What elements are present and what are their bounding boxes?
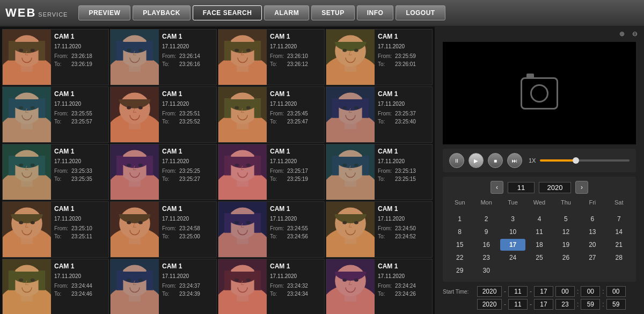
- face-card[interactable]: CAM 1 17.11.2020 From: 23:25:33 To: 23:2…: [2, 144, 109, 200]
- cal-month-input[interactable]: [508, 182, 535, 193]
- face-card[interactable]: CAM 1 17.11.2020 From: 23:25:37 To: 23:2…: [326, 86, 433, 143]
- face-date: 17.11.2020: [54, 215, 92, 223]
- face-from-label: From:: [378, 52, 393, 60]
- cal-day[interactable]: 30: [473, 265, 499, 276]
- tab-setup[interactable]: SETUP: [311, 5, 355, 20]
- face-cam-label: CAM 1: [378, 32, 416, 41]
- face-card[interactable]: CAM 1 17.11.2020 From: 23:24:58 To: 23:2…: [110, 201, 217, 258]
- cal-day[interactable]: 12: [553, 226, 579, 238]
- start-min-input[interactable]: [581, 286, 600, 297]
- cal-day[interactable]: 17: [500, 239, 525, 251]
- start-hour-input[interactable]: [555, 286, 575, 297]
- cal-day[interactable]: 13: [580, 226, 605, 238]
- end-min-input[interactable]: [581, 299, 600, 310]
- face-card[interactable]: CAM 1 17.11.2020 From: 23:25:51 To: 23:2…: [110, 86, 217, 143]
- zoom-in-icon[interactable]: ⊕: [617, 29, 627, 39]
- cal-day[interactable]: 23: [473, 252, 499, 264]
- cal-day[interactable]: 5: [553, 213, 579, 225]
- logo: WEB SERVICE: [5, 6, 68, 20]
- cal-day[interactable]: 28: [606, 252, 632, 264]
- face-date: 17.11.2020: [162, 272, 200, 280]
- cal-day[interactable]: 27: [580, 252, 605, 264]
- cal-day[interactable]: 26: [553, 252, 579, 264]
- cal-day[interactable]: 8: [447, 226, 472, 238]
- end-hour-input[interactable]: [555, 299, 575, 310]
- tab-playback[interactable]: PLAYBACK: [133, 5, 191, 20]
- face-card[interactable]: CAM 1 17.11.2020 From: 23:25:13 To: 23:2…: [326, 144, 433, 200]
- zoom-out-icon[interactable]: ⊖: [630, 29, 640, 39]
- face-card[interactable]: CAM 1 17.11.2020 From: 23:25:25 To: 23:2…: [110, 144, 217, 200]
- face-from-row: From: 23:24:55: [270, 224, 308, 232]
- face-card[interactable]: CAM 1 17.11.2020 From: 23:25:55 To: 23:2…: [2, 86, 109, 143]
- face-card[interactable]: CAM 1 17.11.2020 From: 23:25:45 To: 23:2…: [218, 86, 325, 143]
- face-to-row: To: 23:25:19: [270, 175, 308, 183]
- cal-day[interactable]: 16: [473, 239, 499, 251]
- face-to-label: To:: [378, 118, 393, 126]
- tab-face-search[interactable]: FACE SEARCH: [193, 5, 262, 20]
- face-from-time: 23:25:51: [179, 109, 200, 118]
- end-day-input[interactable]: [534, 299, 553, 310]
- next-button[interactable]: ⏭: [507, 153, 522, 168]
- cal-day[interactable]: 18: [526, 239, 552, 251]
- face-thumbnail: [111, 202, 159, 258]
- face-to-time: 23:25:00: [179, 232, 200, 240]
- cal-day[interactable]: 20: [580, 239, 605, 251]
- start-sec-input[interactable]: [606, 286, 626, 297]
- end-year-input[interactable]: [477, 299, 502, 310]
- face-to-time: 23:25:19: [287, 175, 308, 183]
- cal-day[interactable]: 2: [473, 213, 499, 225]
- face-card[interactable]: CAM 1 17.11.2020 From: 23:24:24 To: 23:2…: [326, 259, 433, 314]
- speed-slider[interactable]: [540, 159, 630, 162]
- cal-day[interactable]: 29: [447, 265, 472, 276]
- cal-day[interactable]: 22: [447, 252, 472, 264]
- face-card[interactable]: CAM 1 17.11.2020 From: 23:26:18 To: 23:2…: [2, 29, 109, 85]
- cal-day[interactable]: 14: [606, 226, 632, 238]
- face-card[interactable]: CAM 1 17.11.2020 From: 23:25:10 To: 23:2…: [2, 201, 109, 258]
- face-card[interactable]: CAM 1 17.11.2020 From: 23:24:50 To: 23:2…: [326, 201, 433, 258]
- face-grid[interactable]: CAM 1 17.11.2020 From: 23:26:18 To: 23:2…: [0, 27, 435, 314]
- start-month-input[interactable]: [508, 286, 528, 297]
- face-cam-label: CAM 1: [54, 261, 92, 271]
- tab-alarm[interactable]: ALARM: [264, 5, 309, 20]
- face-card[interactable]: CAM 1 17.11.2020 From: 23:26:14 To: 23:2…: [110, 29, 217, 85]
- tab-logout[interactable]: LOGOUT: [396, 5, 445, 20]
- cal-day[interactable]: 15: [447, 239, 472, 251]
- cal-prev-button[interactable]: ‹: [491, 181, 503, 194]
- cal-day[interactable]: 24: [500, 252, 525, 264]
- start-year-input[interactable]: [477, 286, 502, 297]
- cal-day[interactable]: 19: [553, 239, 579, 251]
- face-thumbnail: [111, 30, 159, 85]
- end-sec-input[interactable]: [606, 299, 626, 310]
- face-card[interactable]: CAM 1 17.11.2020 From: 23:24:37 To: 23:2…: [110, 259, 217, 314]
- end-month-input[interactable]: [508, 299, 528, 310]
- cal-day[interactable]: 10: [500, 226, 525, 238]
- cal-day[interactable]: 3: [500, 213, 525, 225]
- cal-day[interactable]: 11: [526, 226, 552, 238]
- face-card[interactable]: CAM 1 17.11.2020 From: 23:25:59 To: 23:2…: [326, 29, 433, 85]
- play-button[interactable]: ▶: [469, 153, 484, 168]
- cal-day[interactable]: 7: [606, 213, 632, 225]
- face-from-row: From: 23:25:25: [162, 167, 200, 175]
- face-date: 17.11.2020: [270, 157, 308, 165]
- stop-button[interactable]: ■: [488, 153, 503, 168]
- face-card[interactable]: CAM 1 17.11.2020 From: 23:25:17 To: 23:2…: [218, 144, 325, 200]
- start-day-input[interactable]: [534, 286, 553, 297]
- cal-day[interactable]: 6: [580, 213, 605, 225]
- tab-info[interactable]: INFO: [357, 5, 394, 20]
- cal-day[interactable]: 4: [526, 213, 552, 225]
- cal-day[interactable]: 1: [447, 213, 472, 225]
- face-card[interactable]: CAM 1 17.11.2020 From: 23:24:32 To: 23:2…: [218, 259, 325, 314]
- face-card[interactable]: CAM 1 17.11.2020 From: 23:26:10 To: 23:2…: [218, 29, 325, 85]
- cal-next-button[interactable]: ›: [575, 181, 588, 194]
- cal-day[interactable]: 21: [606, 239, 632, 251]
- tab-preview[interactable]: PREVIEW: [78, 5, 130, 20]
- face-card[interactable]: CAM 1 17.11.2020 From: 23:24:44 To: 23:2…: [2, 259, 109, 314]
- face-info: CAM 1 17.11.2020 From: 23:25:59 To: 23:2…: [375, 30, 419, 85]
- cal-day[interactable]: 25: [526, 252, 552, 264]
- pause-button[interactable]: ⏸: [449, 153, 464, 168]
- cal-day[interactable]: 9: [473, 226, 499, 238]
- face-cam-label: CAM 1: [162, 261, 200, 271]
- cal-year-input[interactable]: [539, 182, 571, 193]
- face-image: [111, 30, 159, 85]
- face-card[interactable]: CAM 1 17.11.2020 From: 23:24:55 To: 23:2…: [218, 201, 325, 258]
